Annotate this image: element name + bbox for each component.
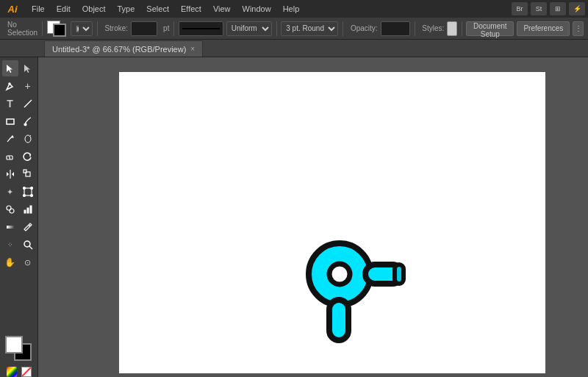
canvas-area[interactable]	[38, 57, 588, 377]
eraser-tool[interactable]	[2, 148, 18, 165]
tool-row-4	[2, 113, 36, 129]
document-tab[interactable]: Untitled-3* @ 66.67% (RGB/Preview) ×	[44, 40, 203, 57]
line-segment-tool[interactable]	[20, 96, 36, 112]
divider-1	[42, 21, 43, 36]
tab-title: Untitled-3* @ 66.67% (RGB/Preview)	[52, 45, 186, 54]
left-toolbar: + T	[0, 57, 38, 377]
document-setup-button[interactable]: Document Setup	[466, 21, 514, 36]
brush-select[interactable]: 3 pt. Round	[281, 21, 338, 36]
tool-row-3: T	[2, 96, 36, 112]
zoom-tool[interactable]	[20, 237, 36, 253]
svg-marker-11	[12, 172, 14, 176]
more-options-button[interactable]: ⋮	[573, 21, 584, 36]
svg-rect-13	[24, 170, 26, 173]
tool-row-1	[2, 60, 36, 76]
styles-swatch[interactable]	[447, 21, 456, 36]
stroke-unit-label: pt	[163, 24, 169, 32]
tab-bar: Untitled-3* @ 66.67% (RGB/Preview) ×	[0, 40, 588, 57]
svg-rect-4	[7, 119, 14, 124]
rotate-tool[interactable]	[20, 148, 36, 165]
fill-stroke-swatches	[5, 336, 33, 364]
menu-edit[interactable]: Edit	[51, 3, 76, 15]
gradient-tool[interactable]	[2, 219, 18, 235]
chart-tool[interactable]	[20, 201, 36, 218]
menu-file[interactable]: File	[26, 3, 50, 15]
tool-row-6	[2, 148, 36, 165]
bridge-icon[interactable]: Br	[512, 2, 528, 15]
svg-line-8	[9, 156, 10, 159]
svg-point-15	[23, 187, 25, 190]
tool-row-2: +	[2, 78, 36, 94]
none-icon[interactable]	[21, 367, 32, 377]
fill-color-box[interactable]	[5, 336, 23, 353]
pencil-tool[interactable]	[2, 131, 18, 147]
svg-rect-22	[27, 208, 29, 213]
menu-view[interactable]: View	[208, 3, 236, 15]
menu-bar: Ai File Edit Object Type Select Effect V…	[0, 0, 588, 18]
divider-6	[415, 21, 415, 36]
main-area: + T	[0, 57, 588, 377]
stroke-swatch-toolbar[interactable]	[53, 24, 66, 37]
selection-tool[interactable]	[2, 60, 18, 76]
zoom2-tool[interactable]: ⊙	[20, 254, 36, 270]
tool-row-9	[2, 201, 36, 218]
tab-close-button[interactable]: ×	[190, 45, 195, 53]
menu-object[interactable]: Object	[77, 3, 111, 15]
svg-rect-23	[30, 206, 32, 213]
scale-tool[interactable]	[20, 166, 36, 182]
tool-row-7	[2, 166, 36, 182]
rectangle-tool[interactable]	[2, 113, 18, 129]
hand-tool[interactable]: ✋	[2, 254, 18, 270]
svg-point-17	[23, 195, 25, 197]
menu-select[interactable]: Select	[141, 3, 174, 15]
opacity-input[interactable]: 100%	[381, 21, 410, 36]
menu-window[interactable]: Window	[237, 3, 276, 15]
eyedropper-tool[interactable]	[20, 219, 36, 235]
tool-row-10	[2, 219, 36, 235]
paintbrush-tool[interactable]	[20, 113, 36, 129]
search-icon[interactable]: ⚡	[569, 2, 585, 15]
direct-selection-tool[interactable]	[20, 60, 36, 76]
svg-rect-32	[329, 300, 348, 340]
shape-builder-tool[interactable]	[2, 201, 18, 218]
puppet-warp-tool[interactable]: ✦	[2, 184, 18, 200]
svg-rect-14	[24, 188, 32, 195]
type-tool[interactable]: T	[2, 96, 18, 112]
svg-line-3	[24, 100, 32, 107]
tool-row-12: ✋ ⊙	[2, 254, 36, 270]
stroke-value-input[interactable]: 10	[131, 21, 157, 36]
color-gradient-icon[interactable]	[7, 367, 17, 377]
color-area	[0, 336, 38, 377]
pen-tool[interactable]	[2, 78, 18, 94]
tool-row-8: ✦	[2, 184, 36, 200]
menu-help[interactable]: Help	[278, 3, 305, 15]
divider-3	[173, 21, 174, 36]
preferences-button[interactable]: Preferences	[517, 21, 570, 36]
styles-label: Styles:	[422, 24, 444, 32]
svg-point-5	[24, 123, 26, 126]
svg-line-27	[29, 246, 32, 249]
line-style-select[interactable]: Uniform	[226, 21, 272, 36]
fill-type-select[interactable]: ▣	[71, 21, 93, 36]
top-right-icons: Br St ⊞ ⚡	[512, 2, 585, 15]
reflect-tool[interactable]	[2, 166, 18, 182]
menu-effect[interactable]: Effect	[176, 3, 207, 15]
menu-type[interactable]: Type	[112, 3, 140, 15]
tool-row-5	[2, 131, 36, 147]
ai-logo-icon: Ai	[3, 0, 22, 18]
add-anchor-tool[interactable]: +	[20, 78, 36, 94]
stock-icon[interactable]: St	[531, 2, 547, 15]
workspace-icon[interactable]: ⊞	[550, 2, 566, 15]
free-transform-tool[interactable]	[20, 184, 36, 200]
divider-4	[276, 21, 277, 36]
svg-point-20	[10, 209, 14, 213]
divider-5	[343, 21, 343, 36]
blob-brush-tool[interactable]	[20, 131, 36, 147]
blend-tool[interactable]: ⁘	[2, 237, 18, 253]
artwork-hairdryer	[295, 234, 413, 353]
selection-label: No Selection	[7, 21, 37, 37]
svg-marker-0	[7, 65, 12, 73]
color-mode-row	[7, 367, 32, 377]
stroke-line-style[interactable]	[179, 21, 223, 36]
stroke-label: Stroke:	[104, 24, 128, 32]
